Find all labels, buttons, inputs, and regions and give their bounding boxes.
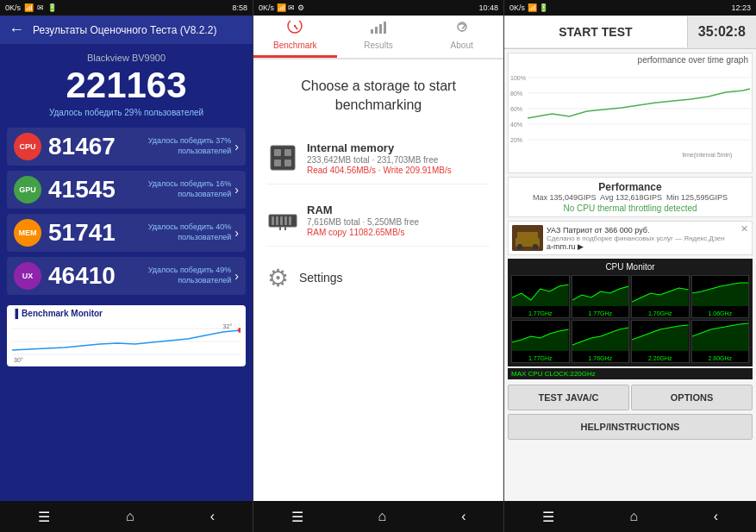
status-left-1: 0K/s 📶 ✉ 🔋 xyxy=(5,3,57,12)
status-left-2: 0K/s 📶 ✉ ⚙ xyxy=(259,3,304,12)
ad-image xyxy=(512,225,543,251)
tab-about[interactable]: About xyxy=(420,16,503,58)
graph-title: performance over time graph xyxy=(509,53,752,66)
cpu-badge: CPU xyxy=(14,133,41,160)
cpu-max-clock: MAX CPU CLOCK:220GHz xyxy=(508,368,753,379)
tab-benchmark[interactable]: Benchmark xyxy=(253,16,337,58)
ad-headline: УАЗ Патриот от 366 000 руб. xyxy=(547,226,748,235)
home-icon-2[interactable]: ⌂ xyxy=(378,509,387,524)
benchmark-content: Choose a storage to start benchmarking I… xyxy=(253,59,503,501)
internal-memory-item[interactable]: Internal memory 233,642MB total · 231,70… xyxy=(267,133,490,185)
ad-text-content: УАЗ Патриот от 366 000 руб. Сделано в по… xyxy=(547,226,748,251)
cpu-cores-grid: 1.77GHz 1.77GHz 1.70GHz xyxy=(511,275,749,363)
svg-rect-18 xyxy=(284,160,291,166)
svg-point-40 xyxy=(517,244,522,249)
cpu-monitor-screen: 0K/s 📶 🔋 12:23 START TEST 35:02:8 perfor… xyxy=(504,0,756,532)
menu-icon-2[interactable]: ☰ xyxy=(291,509,303,525)
start-test-button[interactable]: START TEST xyxy=(504,16,688,47)
bottom-action-buttons: TEST JAVA/C OPTIONS xyxy=(504,381,756,414)
cpu-core-6: 1.76GHz xyxy=(572,320,630,363)
benchmark-screen: 0K/s 📶 ✉ ⚙ 10:48 Benchmar xyxy=(253,0,504,532)
svg-marker-46 xyxy=(692,283,749,306)
core-freq-5: 1.77GHz xyxy=(512,354,569,362)
perf-avg: Avg 132,618GIPS xyxy=(600,193,662,202)
clock-1: 8:58 xyxy=(232,3,247,12)
clock-2: 10:48 xyxy=(478,3,498,12)
svg-text:60%: 60% xyxy=(510,106,522,112)
benchmark-tab-icon xyxy=(285,21,304,39)
screenshot-icon-2: ⚙ xyxy=(297,3,304,12)
svg-marker-45 xyxy=(632,288,689,306)
svg-rect-24 xyxy=(289,216,291,225)
status-right-3: 12:23 xyxy=(731,3,751,12)
monitor-chart: 30° 32° xyxy=(12,320,241,363)
mem-badge: MEM xyxy=(14,219,41,247)
battery-icon-3: 🔋 xyxy=(539,3,548,12)
tab-results-label: Results xyxy=(364,41,392,50)
cpu-score: 81467 xyxy=(48,133,148,160)
back-icon-3[interactable]: ‹ xyxy=(714,509,718,524)
options-button[interactable]: OPTIONS xyxy=(631,385,753,410)
menu-icon-1[interactable]: ☰ xyxy=(38,509,50,525)
ad-domain: Сделано в подборке финансовых услуг — Ян… xyxy=(547,235,748,242)
about-tab-icon xyxy=(453,21,472,39)
settings-item[interactable]: ⚙ Settings xyxy=(267,257,490,299)
signal-icon-2: 📶 xyxy=(277,3,286,12)
cpu-monitor-title: CPU Monitor xyxy=(511,262,749,272)
svg-point-41 xyxy=(533,244,538,249)
svg-rect-10 xyxy=(379,24,382,34)
svg-rect-17 xyxy=(274,160,281,166)
internal-memory-speed: Read 404.56MB/s · Write 209.91MB/s xyxy=(307,166,490,175)
back-icon-1[interactable]: ‹ xyxy=(210,509,215,524)
status-right-2: 10:48 xyxy=(478,3,498,12)
ad-close-button[interactable]: ✕ xyxy=(740,223,748,235)
home-icon-1[interactable]: ⌂ xyxy=(126,509,134,524)
gpu-score-text: Удалось победить 16%пользователей xyxy=(148,179,232,199)
ux-score: 46410 xyxy=(48,262,148,290)
tab-bar-2: Benchmark Results xyxy=(253,16,503,59)
ux-score-text: Удалось победить 49%пользователей xyxy=(148,266,232,285)
ux-badge: UX xyxy=(14,262,41,290)
ux-score-row[interactable]: UX 46410 Удалось победить 49%пользовател… xyxy=(7,257,246,295)
back-button-1[interactable]: ← xyxy=(9,21,24,39)
ram-name: RAM xyxy=(307,203,490,216)
internal-memory-detail: 233,642MB total · 231,703MB free xyxy=(307,155,490,165)
home-icon-3[interactable]: ⌂ xyxy=(629,509,638,524)
clock-3: 12:23 xyxy=(731,3,751,12)
gpu-score-row[interactable]: GPU 41545 Удалось победить 16%пользовате… xyxy=(7,171,246,209)
cpu-score-row[interactable]: CPU 81467 Удалось победить 37%пользовате… xyxy=(7,128,246,166)
svg-marker-43 xyxy=(512,285,569,306)
back-icon-2[interactable]: ‹ xyxy=(461,509,465,524)
mem-score-row[interactable]: MEM 51741 Удалось победить 40%пользовате… xyxy=(7,214,246,252)
tab-results[interactable]: Results xyxy=(337,16,421,58)
svg-marker-48 xyxy=(572,328,629,351)
cpu-core-7: 2.20GHz xyxy=(631,320,690,363)
svg-text:20%: 20% xyxy=(510,137,522,143)
perf-min: Min 125,595GIPS xyxy=(666,193,728,202)
cpu-core-2: 1.77GHz xyxy=(572,275,630,318)
mem-chevron: › xyxy=(234,226,239,240)
ad-banner: УАЗ Патриот от 366 000 руб. Сделано в по… xyxy=(508,221,753,255)
benchmark-monitor: ▐ Benchmark Monitor 30° xyxy=(7,305,246,366)
help-button[interactable]: HELP/INSTRUCTIONS xyxy=(508,414,753,440)
menu-icon-3[interactable]: ☰ xyxy=(542,509,554,525)
test-java-button[interactable]: TEST JAVA/C xyxy=(508,385,629,410)
battery-icon-1: 🔋 xyxy=(47,3,57,12)
core-freq-3: 1.70GHz xyxy=(632,310,689,317)
status-bar-3: 0K/s 📶 🔋 12:23 xyxy=(504,0,756,16)
svg-point-13 xyxy=(461,30,463,32)
perf-stats: Max 135,049GIPS Avg 132,618GIPS Min 125,… xyxy=(514,193,747,202)
ram-icon xyxy=(267,204,298,235)
cpu-monitor-section: CPU Monitor 1.77GHz 1.77GHz xyxy=(508,259,753,366)
internal-memory-name: Internal memory xyxy=(307,141,490,154)
core-freq-4: 1.06GHz xyxy=(692,310,749,317)
help-button-row: HELP/INSTRUCTIONS xyxy=(504,414,756,443)
performance-title: Performance xyxy=(514,181,747,193)
core-freq-7: 2.20GHz xyxy=(632,354,689,362)
svg-rect-15 xyxy=(274,149,281,156)
toolbar-1: ← Результаты Оценочного Теста (V8.2.2) xyxy=(0,16,253,44)
network-speed-3: 0K/s xyxy=(509,3,525,12)
ram-item[interactable]: RAM 7,616MB total · 5,250MB free RAM cop… xyxy=(267,195,490,247)
svg-text:32°: 32° xyxy=(223,323,233,329)
cpu-core-8: 2.80GHz xyxy=(691,320,750,363)
